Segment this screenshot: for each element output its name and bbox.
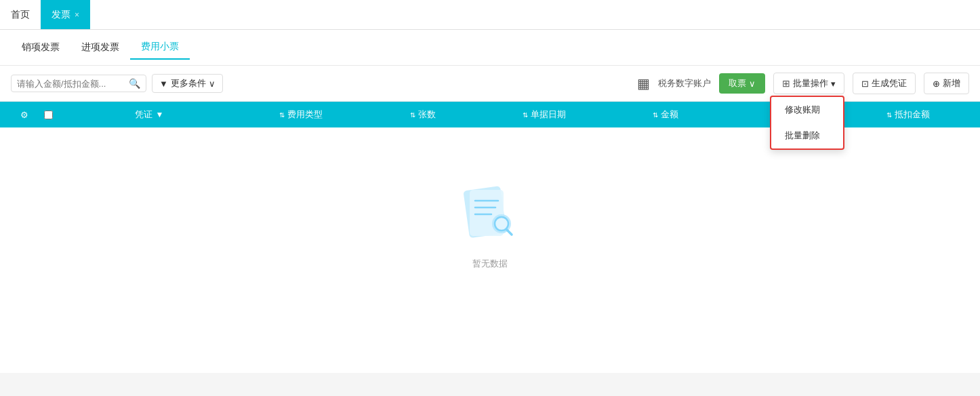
search-wrap: 🔍 [11,75,146,92]
nav-tab-close[interactable]: × [75,10,79,20]
sub-tabs: 销项发票 进项发票 费用小票 [0,30,980,66]
th-count-sort-icon[interactable]: ⇅ [410,111,415,119]
th-voucher: 凭证 ▼ [58,108,241,121]
search-icon[interactable]: 🔍 [129,78,140,89]
tab-sales-invoice[interactable]: 销项发票 [11,36,70,59]
gen-voucher-label: 生成凭证 [872,77,907,90]
filter-label: 更多条件 [171,77,206,90]
th-voucher-filter-icon[interactable]: ▼ [155,110,163,119]
filter-button[interactable]: ▼ 更多条件 ∨ [152,74,223,93]
nav-tab-label: 发票 [52,9,70,21]
qr-icon[interactable]: ▦ [637,75,650,92]
th-date-sort-icon[interactable]: ⇅ [523,111,528,119]
sort-icon[interactable]: ⇅ [279,111,285,119]
empty-state-label: 暂无数据 [472,258,508,270]
th-gear[interactable]: ⚙ [11,110,38,120]
add-button[interactable]: ⊕ 新增 [924,73,969,94]
batch-op-label: 批量操作 [793,77,828,90]
take-ticket-button[interactable]: 取票 ∨ [719,73,765,94]
gen-voucher-icon: ⊡ [861,79,869,89]
th-checkbox[interactable] [38,111,58,119]
batch-op-dropdown: 修改账期 批量删除 [770,96,844,150]
batch-op-button[interactable]: ⊞ 批量操作 ▾ [773,73,844,94]
gear-icon: ⚙ [20,110,28,120]
th-deduction-amount-sort-icon[interactable]: ⇅ [886,111,892,119]
th-count-label: 张数 [418,108,436,121]
svg-line-7 [506,229,512,235]
add-label: 新增 [943,77,960,90]
tab-purchase-invoice[interactable]: 进项发票 [70,36,130,59]
empty-state: 暂无数据 [0,127,980,324]
action-bar: 🔍 ▼ 更多条件 ∨ ▦ 税务数字账户 取票 ∨ ⊞ 批量操作 ▾ 修改账期 批… [0,66,980,102]
th-amount-label: 金额 [661,108,678,121]
tax-account-button[interactable]: 税务数字账户 [658,77,711,90]
batch-op-icon: ⊞ [782,78,790,89]
batch-op-chevron-icon: ▾ [831,79,836,89]
tab-expense-ticket[interactable]: 费用小票 [130,35,190,60]
dropdown-item-batch-delete[interactable]: 批量删除 [771,123,843,148]
nav-tab-invoice[interactable]: 发票 × [41,0,90,29]
th-expense-type: ⇅ 费用类型 [241,108,362,121]
select-all-checkbox[interactable] [44,111,53,119]
th-deduction-amount-label: 抵扣金额 [895,108,930,121]
empty-state-icon [456,182,524,250]
nav-home[interactable]: 首页 [0,0,41,29]
th-count: ⇅ 张数 [362,108,483,121]
take-ticket-label: 取票 [729,77,746,90]
search-input[interactable] [17,79,126,89]
right-actions: ▦ 税务数字账户 取票 ∨ ⊞ 批量操作 ▾ 修改账期 批量删除 ⊡ 生成凭证 … [637,73,969,94]
th-deduction-amount: ⇅ 抵扣金额 [848,108,969,121]
th-expense-type-label: 费用类型 [287,108,323,121]
th-amount-sort-icon[interactable]: ⇅ [653,111,658,119]
gen-voucher-button[interactable]: ⊡ 生成凭证 [853,73,916,94]
th-date-label: 单据日期 [531,108,566,121]
dropdown-item-modify-period[interactable]: 修改账期 [771,97,843,123]
th-date: ⇅ 单据日期 [483,108,605,121]
add-icon: ⊕ [933,79,940,89]
th-amount: ⇅ 金额 [605,108,726,121]
filter-chevron-icon: ∨ [209,79,216,89]
take-ticket-chevron-icon: ∨ [749,79,756,89]
th-voucher-label: 凭证 [135,108,152,121]
filter-icon: ▼ [159,79,168,89]
batch-op-wrap: ⊞ 批量操作 ▾ 修改账期 批量删除 [773,73,844,94]
